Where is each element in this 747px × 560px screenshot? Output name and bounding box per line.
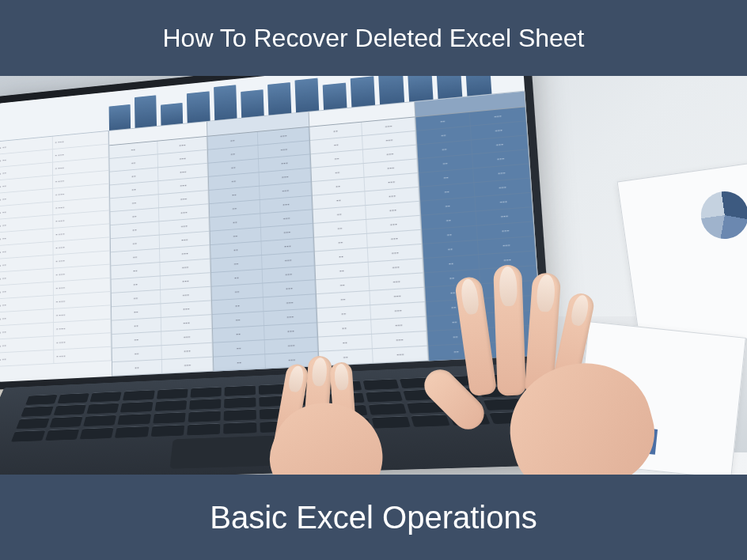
title-banner-bottom: Basic Excel Operations: [0, 475, 747, 560]
spreadsheet-col-a: ⁃⁃⁃⁃⁃⁃⁃⁃⁃⁃⁃⁃⁃⁃⁃⁃⁃⁃⁃⁃⁃⁃⁃⁃⁃⁃⁃⁃⁃⁃⁃⁃⁃⁃⁃⁃⁃⁃⁃⁃…: [109, 122, 214, 376]
hand-right: [446, 269, 652, 475]
spreadsheet-row-headers: // placeholder rows generated below afte…: [0, 131, 112, 382]
spreadsheet-col-c: ⁃⁃⁃⁃⁃⁃⁃⁃⁃⁃⁃⁃⁃⁃⁃⁃⁃⁃⁃⁃⁃⁃⁃⁃⁃⁃⁃⁃⁃⁃⁃⁃⁃⁃⁃⁃⁃⁃⁃⁃…: [309, 102, 430, 366]
finger: [493, 264, 526, 395]
title-text: How To Recover Deleted Excel Sheet: [162, 24, 584, 53]
finger: [454, 275, 498, 396]
title-banner-top: How To Recover Deleted Excel Sheet: [0, 0, 747, 76]
pie-chart-icon: [698, 188, 747, 242]
subtitle-text: Basic Excel Operations: [210, 500, 537, 535]
spreadsheet-col-b: ⁃⁃⁃⁃⁃⁃⁃⁃⁃⁃⁃⁃⁃⁃⁃⁃⁃⁃⁃⁃⁃⁃⁃⁃⁃⁃⁃⁃⁃⁃⁃⁃⁃⁃⁃⁃⁃⁃⁃⁃…: [207, 112, 320, 372]
hand-left: [272, 348, 430, 475]
hero-illustration: // placeholder rows generated below afte…: [0, 76, 747, 475]
